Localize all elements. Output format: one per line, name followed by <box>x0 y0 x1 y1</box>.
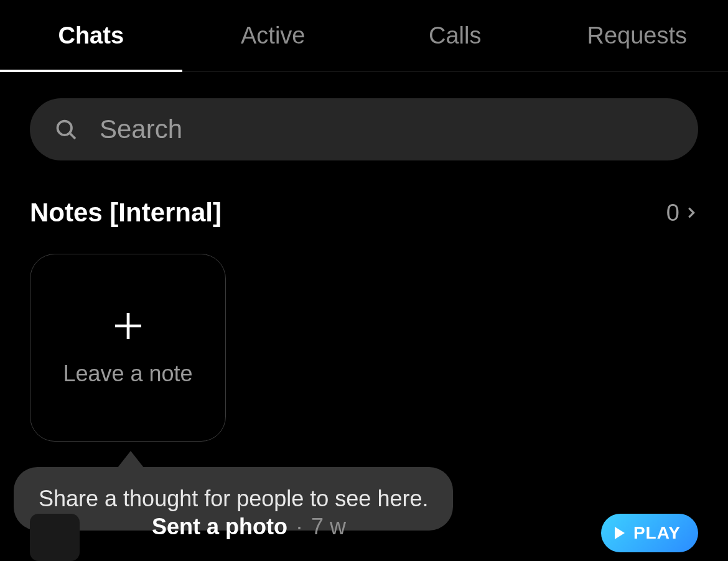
chat-message-preview: Sent a photo <box>152 514 287 540</box>
chat-row[interactable]: Sent a photo · 7 w <box>30 514 346 540</box>
search-icon <box>55 118 77 141</box>
leave-note-label: Leave a note <box>63 361 192 387</box>
tab-chats[interactable]: Chats <box>0 0 182 72</box>
search-input[interactable]: Search <box>30 98 698 160</box>
play-icon <box>615 527 625 539</box>
svg-line-1 <box>70 134 75 139</box>
leave-note-button[interactable]: Leave a note <box>30 254 226 442</box>
play-button[interactable]: PLAY <box>601 514 698 552</box>
notes-header: Notes [Internal] 0 <box>0 160 728 228</box>
tab-active[interactable]: Active <box>182 0 365 72</box>
plus-icon <box>111 308 146 343</box>
tab-calls[interactable]: Calls <box>364 0 546 72</box>
chevron-right-icon <box>684 206 698 220</box>
play-label: PLAY <box>633 523 681 543</box>
svg-point-0 <box>58 121 72 136</box>
tooltip-arrow <box>117 451 144 468</box>
notes-title: Notes [Internal] <box>30 198 222 228</box>
chat-timestamp: 7 w <box>311 514 346 540</box>
search-container: Search <box>0 72 728 160</box>
top-tabs: Chats Active Calls Requests <box>0 0 728 72</box>
chat-preview: Sent a photo · 7 w <box>152 514 346 540</box>
notes-count-value: 0 <box>666 200 679 226</box>
notes-area: Leave a note <box>0 228 728 442</box>
chat-separator: · <box>296 514 302 540</box>
tab-requests[interactable]: Requests <box>546 0 729 72</box>
notes-count-link[interactable]: 0 <box>666 200 698 226</box>
search-placeholder: Search <box>100 114 182 144</box>
